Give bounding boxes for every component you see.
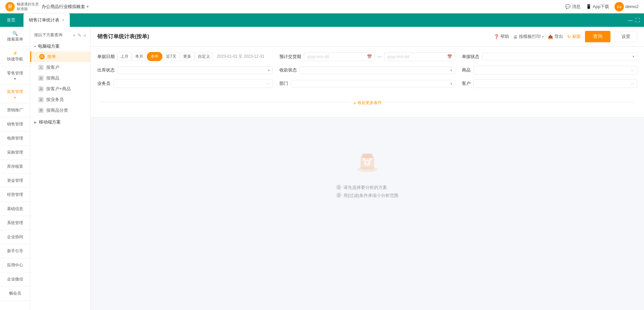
app-download-button[interactable]: 📱 App下载 (586, 4, 609, 10)
salesperson-filter: 业务员 ··· (97, 79, 273, 88)
export-button[interactable]: 📤 导出 (548, 34, 563, 40)
expected-date-label: 预计交货期 (279, 54, 301, 60)
payment-status-select[interactable]: ▾ (300, 66, 455, 74)
tab-minimize-icon[interactable]: — (628, 17, 633, 23)
message-icon: 💬 (565, 4, 571, 9)
top-bar: 好 畅捷通好生意 标准版 办公用品行业模拟账套 ▾ 💬 消息 📱 App下载 E… (0, 0, 644, 13)
tab-sales-order-stats[interactable]: 销售订单统计表 × (23, 13, 70, 27)
empty-tips: 1 请先选择要分析的方案 2 用[过滤]条件来缩小分析范围 (336, 185, 398, 201)
date-range-text: 2023-01-01 至 2023-12-31 (217, 54, 264, 59)
collapse-panel-icon[interactable]: « (84, 33, 86, 38)
edit-scheme-icon[interactable]: ✎ (77, 33, 82, 38)
ship-status-arrow: ▾ (268, 68, 270, 72)
date-filter: 单据日期 上月 本月 本年 近7天 更多 自定义 2023-01-01 至 20… (97, 52, 273, 61)
logo-text: 畅捷通好生意 标准版 (17, 2, 39, 11)
category-expand-arrow: ▾ (34, 45, 36, 48)
tab-home[interactable]: 首页 (0, 13, 22, 27)
top-bar-right: 💬 消息 📱 App下载 Ea demo2 (565, 2, 639, 11)
sidebar-item-wechat[interactable]: 企业微信 (0, 272, 30, 287)
settings-button[interactable]: 设置 (614, 31, 637, 42)
goods-select[interactable]: ··· (473, 66, 637, 74)
salesperson-dots-icon[interactable]: ··· (266, 81, 270, 86)
scheme-item-by-salesperson[interactable]: 业 按业务员 (30, 94, 90, 105)
dept-filter: 部门 ▾ (279, 80, 455, 88)
goods-dots-icon[interactable]: ··· (631, 68, 634, 72)
sidebar-item-finance[interactable]: 资金管理 (0, 174, 30, 188)
print-icon: 🖨 (513, 34, 518, 39)
expected-date-filter: 预计交货期 yyyy-mm-dd 📅 — yyyy-mm-dd 📅 (279, 52, 455, 61)
sidebar-item-marketing[interactable]: 营销推广 (0, 103, 30, 117)
scheme-item-by-goods[interactable]: 品 按商品 (30, 73, 90, 84)
add-scheme-icon[interactable]: + (73, 33, 75, 38)
tab-close-icon[interactable]: × (62, 18, 64, 22)
last7-btn[interactable]: 近7天 (163, 52, 179, 61)
dept-select[interactable]: ▾ (291, 80, 455, 88)
empty-tip-1: 1 请先选择要分析的方案 (336, 185, 398, 191)
status-select[interactable]: ▾ (482, 53, 637, 60)
sidebar-item-search[interactable]: 🔍 搜索菜单 (0, 27, 30, 47)
sidebar-item-quicknav[interactable]: ⚡ 快捷导航 (0, 47, 30, 66)
scheme-item-by-customer[interactable]: 人 按客户 (30, 62, 90, 73)
refresh-button[interactable]: ↻ 刷新 (567, 34, 581, 40)
ship-status-select[interactable]: ▾ (117, 66, 273, 74)
page-header: 销售订单统计表(按单) ❓ 帮助 🖨 按模板打印 ▾ 📤 导出 (91, 27, 644, 47)
sidebar-item-inventory[interactable]: 库存核算 (0, 160, 30, 174)
avatar: Ea (614, 2, 624, 11)
payment-status-label: 收款状态 (279, 67, 297, 73)
sidebar-item-basics[interactable]: 基础信息 (0, 202, 30, 216)
more-date-btn[interactable]: 更多 (180, 52, 194, 61)
status-label: 单据状态 (462, 54, 479, 60)
sidebar-item-enterprise[interactable]: 企业协同 (0, 230, 30, 244)
refresh-icon: ↻ (567, 34, 571, 39)
date-btn-group: 上月 本月 本年 近7天 更多 自定义 (117, 52, 213, 61)
sidebar-item-newuser[interactable]: 新手引导 (0, 244, 30, 258)
logo-icon: 好 (5, 2, 15, 11)
tab-maximize-icon[interactable]: ⛶ (635, 17, 640, 23)
expected-date-to[interactable]: yyyy-mm-dd 📅 (384, 52, 455, 61)
sidebar-item-member[interactable]: 畅会员 (0, 287, 30, 301)
left-panel-header: 按以下方案查询 + ✎ « (30, 30, 90, 40)
tab-bar-actions: — ⛶ (628, 17, 644, 23)
expected-date-from[interactable]: yyyy-mm-dd 📅 (304, 52, 375, 61)
sidebar-item-sales[interactable]: 销售管理 (0, 117, 30, 132)
sidebar-item-operations[interactable]: 经营管理 (0, 188, 30, 202)
sidebar-item-ecommerce[interactable]: 电商管理 (0, 132, 30, 146)
sidebar-item-retail[interactable]: 零售管理 ▾ (0, 66, 30, 85)
scheme-item-icon: 人 (38, 65, 44, 70)
main-layout: 🔍 搜索菜单 ⚡ 快捷导航 零售管理 ▾ 批发管理 ▴ 营销推广 销售管理 电商… (0, 27, 644, 310)
help-button[interactable]: ❓ 帮助 (494, 34, 509, 40)
scheme-item-by-customer-goods[interactable]: 品 按客户+商品 (30, 84, 90, 94)
this-year-btn[interactable]: 本年 (147, 52, 162, 61)
goods-filter: 商品 ··· (462, 66, 637, 74)
customer-select[interactable]: ··· (473, 79, 637, 88)
scheme-item-by-order[interactable]: 按 按单 (30, 51, 90, 62)
last-month-btn[interactable]: 上月 (117, 52, 131, 61)
scheme-category-pc[interactable]: ▾ 电脑端方案 (30, 41, 90, 51)
user-menu[interactable]: Ea demo2 (614, 2, 639, 11)
dept-select-arrow: ▾ (450, 82, 452, 86)
scheme-item-by-category[interactable]: 类 按商品分类 (30, 105, 90, 116)
sidebar-item-appcenter[interactable]: 应用中心 (0, 258, 30, 272)
scheme-category-mobile[interactable]: ▶ 移动端方案 (30, 117, 90, 127)
date-label: 单据日期 (97, 54, 115, 60)
svg-text:?: ? (366, 161, 368, 165)
sidebar-item-wholesale[interactable]: 批发管理 ▴ (0, 85, 30, 103)
app-title[interactable]: 办公用品行业模拟账套 ▾ (42, 4, 89, 10)
custom-date-btn[interactable]: 自定义 (195, 52, 213, 61)
collapse-filter-button[interactable]: ∧ 收起更多条件 (351, 97, 384, 108)
top-bar-left: 好 畅捷通好生意 标准版 办公用品行业模拟账套 ▾ (5, 2, 89, 11)
goods-label: 商品 (462, 67, 471, 73)
this-month-btn[interactable]: 本月 (132, 52, 146, 61)
filter-area: 单据日期 上月 本月 本年 近7天 更多 自定义 2023-01-01 至 20… (91, 47, 644, 117)
page-actions: ❓ 帮助 🖨 按模板打印 ▾ 📤 导出 ↻ 刷新 (494, 31, 637, 42)
message-button[interactable]: 💬 消息 (565, 4, 581, 10)
salesperson-select[interactable]: ··· (113, 79, 273, 88)
customer-dots-icon[interactable]: ··· (631, 81, 634, 86)
sidebar-item-purchase[interactable]: 采购管理 (0, 146, 30, 160)
sidebar-item-system[interactable]: 系统管理 (0, 216, 30, 230)
template-print-button[interactable]: 🖨 按模板打印 ▾ (513, 34, 544, 40)
query-button[interactable]: 查询 (585, 31, 610, 42)
svg-point-6 (369, 158, 372, 161)
content-area: 按以下方案查询 + ✎ « ▾ 电脑端方案 按 按单 人 按客户 (30, 27, 644, 310)
svg-rect-2 (362, 154, 372, 158)
